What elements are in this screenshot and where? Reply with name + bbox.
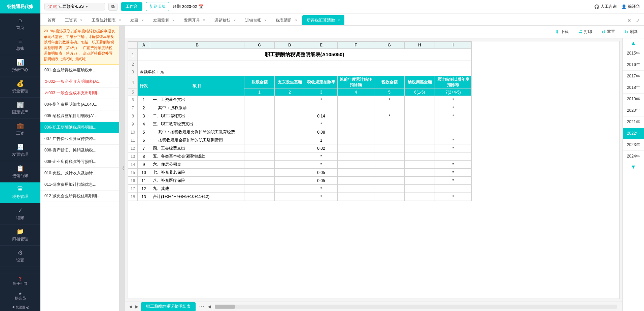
table-row[interactable]: 9 4 三、职工教育经费支出 * bbox=[128, 120, 472, 128]
col8-7[interactable] bbox=[405, 152, 435, 161]
col6-5[interactable] bbox=[338, 136, 374, 144]
label-10[interactable]: 八、补充医疗保险 bbox=[150, 177, 244, 185]
col9-11[interactable] bbox=[435, 185, 472, 193]
label-4[interactable]: 其中：按税收规定比例扣除的职工教育经费 bbox=[150, 128, 244, 136]
col7-6[interactable] bbox=[374, 144, 405, 152]
sidebar-item-home[interactable]: ⌂ 首页 bbox=[0, 13, 40, 34]
user-menu[interactable]: 👤 徐泽华 bbox=[621, 4, 640, 9]
sidebar-item-archive[interactable]: 📁 归档管理 bbox=[0, 224, 40, 246]
col4-10[interactable] bbox=[275, 177, 305, 185]
table-row[interactable]: 11 6 按税收规定全额扣除的职工培训费用 1 * bbox=[128, 136, 472, 144]
col4-3[interactable] bbox=[275, 120, 305, 128]
col6-7[interactable] bbox=[338, 152, 374, 161]
col8-10[interactable] bbox=[405, 177, 435, 185]
col8-8[interactable] bbox=[405, 161, 435, 169]
label-12[interactable]: 合计(1+3+4+7+8+9+10+11+12) bbox=[150, 193, 244, 201]
label-3[interactable]: 三、职工教育经费支出 bbox=[150, 120, 244, 128]
close-all-tabs-button[interactable]: ✕ bbox=[626, 17, 633, 24]
label-0[interactable]: 一、工资薪金支出 bbox=[150, 96, 244, 104]
year-2020[interactable]: 2020年 bbox=[623, 105, 644, 116]
seq-12[interactable]: 13 bbox=[138, 193, 150, 201]
sidebar-item-ledger[interactable]: ≡ 总账 bbox=[0, 34, 40, 55]
label-6[interactable]: 四、工会经费支出 bbox=[150, 144, 244, 152]
col7-7[interactable] bbox=[374, 152, 405, 161]
col6-0[interactable] bbox=[338, 96, 374, 104]
col7-4[interactable] bbox=[374, 128, 405, 136]
table-row[interactable]: 15 10 七、补充养老保险 0.05 * bbox=[128, 169, 472, 177]
calendar-icon[interactable]: 📅 bbox=[198, 4, 203, 9]
year-2018[interactable]: 2018年 bbox=[623, 82, 644, 94]
seq-11[interactable]: 12 bbox=[138, 185, 150, 193]
bottom-scrollbar[interactable] bbox=[215, 305, 617, 309]
col8-1[interactable] bbox=[405, 104, 435, 112]
sheet-menu-button[interactable]: ⋯ bbox=[197, 303, 206, 310]
col7-0[interactable]: * bbox=[374, 96, 405, 104]
tab-invoice[interactable]: 发票 × bbox=[126, 15, 148, 25]
col5-6[interactable]: 0.02 bbox=[305, 144, 338, 152]
form-list-item-001[interactable]: 001-企业所得税年度纳税申... bbox=[40, 65, 119, 76]
col6-4[interactable] bbox=[338, 128, 374, 136]
refresh-button[interactable]: ↻ 刷新 bbox=[622, 28, 640, 35]
tab-invoice-calc[interactable]: 发票测算 × bbox=[149, 15, 179, 25]
table-row[interactable]: 8 3 二、职工福利支出 0.14 * * bbox=[128, 112, 472, 120]
print-button[interactable]: 🖨 打印 bbox=[576, 28, 594, 35]
col4-11[interactable] bbox=[275, 185, 305, 193]
year-2017[interactable]: 2017年 bbox=[623, 71, 644, 82]
seq-2[interactable]: 3 bbox=[138, 112, 150, 120]
form-list-item-002[interactable]: ⊘002-一般企业收入明细表(A1... bbox=[40, 76, 119, 88]
form-list-item-004[interactable]: 004-期间费用明细表(A1040... bbox=[40, 99, 119, 110]
copy-icon[interactable]: ⧉ bbox=[108, 3, 117, 11]
sidebar-item-funds[interactable]: 💰 资金管理 bbox=[0, 76, 40, 98]
year-2019[interactable]: 2019年 bbox=[623, 94, 644, 105]
close-tab-payroll[interactable]: × bbox=[80, 19, 82, 22]
spreadsheet-wrapper[interactable]: A B C D E F G H I bbox=[128, 41, 620, 299]
close-tab-payroll-stats[interactable]: × bbox=[119, 19, 121, 22]
col3-8[interactable] bbox=[244, 161, 275, 169]
col6-1[interactable] bbox=[338, 104, 374, 112]
col7-9[interactable] bbox=[374, 169, 405, 177]
sheet-next-button[interactable]: ▶ bbox=[134, 304, 140, 310]
col4-2[interactable] bbox=[275, 112, 305, 120]
col5-8[interactable]: * bbox=[305, 161, 338, 169]
seq-10[interactable]: 11 bbox=[138, 177, 150, 185]
tab-payroll-stats[interactable]: 工资统计报表 × bbox=[87, 15, 125, 25]
col9-8[interactable]: * bbox=[435, 161, 472, 169]
col9-0[interactable]: * bbox=[435, 96, 472, 104]
sidebar-item-guide[interactable]: ❓ 新手引导 bbox=[0, 274, 40, 289]
label-8[interactable]: 六、住房公积金 bbox=[150, 161, 244, 169]
col5-4[interactable]: 0.08 bbox=[305, 128, 338, 136]
form-list-item-003[interactable]: ⊘003-一般企业成本支出明细... bbox=[40, 88, 119, 99]
table-row[interactable]: 12 7 四、工会经费支出 0.02 * bbox=[128, 144, 472, 152]
col9-3[interactable] bbox=[435, 120, 472, 128]
label-7[interactable]: 五、各类基本社会保障性缴款 bbox=[150, 152, 244, 161]
col5-7[interactable]: * bbox=[305, 152, 338, 161]
sidebar-item-purchase-sales[interactable]: 📋 进销台账 bbox=[0, 161, 40, 182]
form-list-item-010[interactable]: 010-免税、减计收入及加计... bbox=[40, 168, 119, 179]
close-tab-invoice-calc[interactable]: × bbox=[172, 19, 174, 22]
col9-12[interactable]: * bbox=[435, 193, 472, 201]
table-row[interactable]: 13 8 五、各类基本社会保障性缴款 * bbox=[128, 152, 472, 161]
col9-2[interactable]: * bbox=[435, 112, 472, 120]
col8-2[interactable] bbox=[405, 112, 435, 120]
col7-5[interactable] bbox=[374, 136, 405, 144]
col4-5[interactable] bbox=[275, 136, 305, 144]
col9-6[interactable]: * bbox=[435, 144, 472, 152]
col5-9[interactable]: 0.05 bbox=[305, 169, 338, 177]
col3-11[interactable] bbox=[244, 185, 275, 193]
sidebar-item-member[interactable]: ★ 畅会员 bbox=[0, 289, 40, 304]
table-row[interactable]: 14 9 六、住房公积金 * * bbox=[128, 161, 472, 169]
col7-11[interactable] bbox=[374, 185, 405, 193]
col8-0[interactable] bbox=[405, 96, 435, 104]
col6-2[interactable] bbox=[338, 112, 374, 120]
old-version-button[interactable]: 切到旧版 bbox=[146, 2, 169, 11]
col8-6[interactable] bbox=[405, 144, 435, 152]
label-11[interactable]: 九、其他 bbox=[150, 185, 244, 193]
seq-5[interactable]: 6 bbox=[138, 136, 150, 144]
year-2024[interactable]: 2024年 bbox=[623, 151, 644, 162]
table-row[interactable]: 17 12 九、其他 * bbox=[128, 185, 472, 193]
col4-7[interactable] bbox=[275, 152, 305, 161]
seq-0[interactable]: 1 bbox=[138, 96, 150, 104]
sidebar-item-close[interactable]: ✓ 结账 bbox=[0, 203, 40, 224]
sidebar-item-payroll[interactable]: 💼 工资 bbox=[0, 119, 40, 140]
label-5[interactable]: 按税收规定全额扣除的职工培训费用 bbox=[150, 136, 244, 144]
